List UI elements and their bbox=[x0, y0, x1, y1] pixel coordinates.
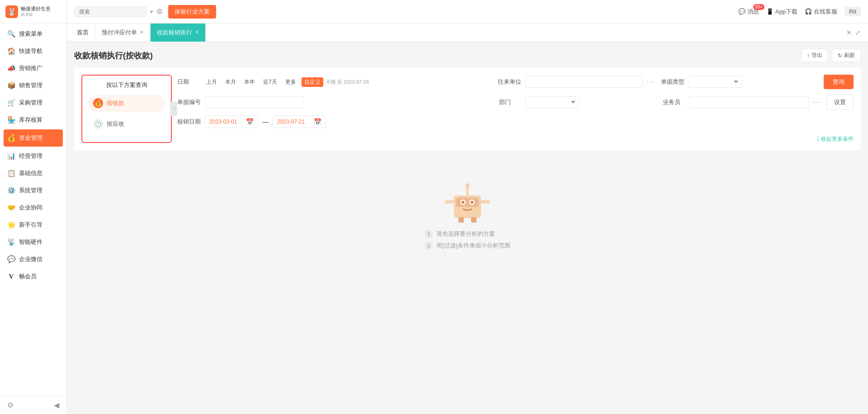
solution-button[interactable]: 体验行业方案 bbox=[168, 5, 216, 19]
staff-more-icon[interactable]: ··· bbox=[812, 98, 821, 106]
service-icon: 🎧 bbox=[805, 8, 812, 15]
sidebar-item-inventory[interactable]: 🏪 库存核算 bbox=[0, 111, 66, 128]
bill-type-select[interactable] bbox=[688, 76, 742, 88]
logo-icon: 🐰 bbox=[5, 5, 18, 18]
partner-label: 往来单位 bbox=[498, 78, 521, 86]
tab-receipt-close-icon[interactable]: ✕ bbox=[195, 29, 199, 35]
main-area: ▾ ⚙ 体验行业方案 💬 消息 99+ 📱 App下载 🎧 在线客服 Rit bbox=[67, 0, 868, 414]
sidebar-item-system-mgmt[interactable]: ⚙️ 系统管理 bbox=[0, 182, 66, 199]
sidebar-item-quick-nav[interactable]: 🏠 快捷导航 bbox=[0, 43, 66, 60]
export-label: 导出 bbox=[811, 52, 822, 59]
sidebar-settings-icon[interactable]: ⚙ bbox=[7, 401, 14, 409]
date-shortcut-thisyear[interactable]: 本年 bbox=[241, 77, 258, 87]
filter-option-by-receivable[interactable]: 🕐 按应收 bbox=[88, 115, 165, 133]
gear-icon[interactable]: ⚙ bbox=[156, 7, 163, 16]
page-content: 收款核销执行(按收款) ↑ 导出 ↻ 刷新 按以下方案查询 💰 按收款 bbox=[67, 42, 868, 414]
date-shortcut-lastmonth[interactable]: 上月 bbox=[203, 77, 220, 87]
sidebar-item-search-menu[interactable]: 🔍 搜索菜单 bbox=[0, 25, 66, 43]
tab-home-label: 首页 bbox=[77, 29, 89, 37]
filter-option-by-receipt[interactable]: 💰 按收款 bbox=[88, 95, 165, 112]
message-icon: 💬 bbox=[738, 8, 745, 15]
tip-num-2: 2 bbox=[425, 242, 433, 250]
sidebar-item-fund-mgmt[interactable]: 💰 资金管理 bbox=[4, 129, 63, 147]
sidebar-item-smart-hardware[interactable]: 📡 智能硬件 bbox=[0, 233, 66, 251]
quick-nav-icon: 🏠 bbox=[7, 47, 15, 55]
calendar-start-icon: 📅 bbox=[246, 118, 254, 125]
tab-receipt-offset[interactable]: 收款核销执行 ✕ bbox=[151, 24, 206, 42]
query-button[interactable]: 查询 bbox=[824, 75, 854, 89]
page-header: 收款核销执行(按收款) ↑ 导出 ↻ 刷新 bbox=[74, 49, 861, 62]
date-range-dash: — bbox=[262, 118, 269, 125]
topbar-search-input[interactable] bbox=[74, 6, 146, 17]
tab-expand-icon[interactable]: ⤢ bbox=[855, 29, 861, 36]
tab-prepay-flush[interactable]: 预付冲应付单 ✕ bbox=[95, 24, 151, 42]
tab-bar: 首页 预付冲应付单 ✕ 收款核销执行 ✕ ✕ ⤢ bbox=[67, 24, 868, 42]
partner-more-icon[interactable]: ··· bbox=[646, 78, 655, 86]
dept-select[interactable] bbox=[525, 96, 580, 108]
user-menu[interactable]: Rit bbox=[844, 7, 861, 16]
filter-row-2: 单据编号 部门 业务员 ··· 设置 bbox=[177, 95, 854, 110]
sidebar-item-marketing[interactable]: 📣 营销推广 bbox=[0, 60, 66, 77]
chevron-down-icon[interactable]: ▾ bbox=[150, 9, 153, 15]
settings-button[interactable]: 设置 bbox=[826, 95, 854, 110]
tab-actions: ✕ ⤢ bbox=[846, 29, 864, 36]
filter-panel: 按以下方案查询 💰 按收款 🕐 按应收 《 日期 bbox=[74, 67, 861, 150]
svg-rect-7 bbox=[481, 200, 490, 204]
guide-icon: 🌟 bbox=[7, 221, 15, 229]
offset-date-end-input[interactable]: 2023-07-21 📅 bbox=[272, 115, 326, 128]
sidebar-item-enterprise-collab[interactable]: 🤝 企业协同 bbox=[0, 199, 66, 216]
inventory-icon: 🏪 bbox=[7, 116, 15, 124]
tab-prepay-close-icon[interactable]: ✕ bbox=[140, 29, 144, 35]
logo-name: 畅捷通好生意 bbox=[21, 5, 51, 12]
date-shortcut-more[interactable]: 更多 bbox=[283, 77, 299, 87]
offset-date-start-value: 2023-03-01 bbox=[209, 119, 237, 125]
sidebar-item-label: 智能硬件 bbox=[19, 238, 42, 246]
logo-badge: 标准版 bbox=[21, 12, 51, 18]
partner-input[interactable] bbox=[525, 76, 643, 88]
sidebar-collapse-icon[interactable]: ◀ bbox=[54, 401, 59, 409]
date-shortcut-group: 上月 本月 本年 近7天 更多 自定义 不限 至 2023-07-26 bbox=[203, 77, 369, 87]
tab-receipt-label: 收款核销执行 bbox=[157, 29, 192, 37]
offset-date-start-input[interactable]: 2023-03-01 📅 bbox=[204, 115, 259, 128]
date-shortcut-7days[interactable]: 近7天 bbox=[260, 77, 280, 87]
app-download-button[interactable]: 📱 App下载 bbox=[766, 8, 797, 16]
tab-home[interactable]: 首页 bbox=[71, 24, 95, 42]
wechat-icon: 💬 bbox=[7, 255, 15, 263]
sidebar-item-wechat-biz[interactable]: 💬 企业微信 bbox=[0, 251, 66, 268]
export-icon: ↑ bbox=[807, 52, 810, 59]
svg-rect-1 bbox=[456, 198, 479, 207]
sidebar-item-basic-info[interactable]: 📋 基础信息 bbox=[0, 165, 66, 182]
page-title: 收款核销执行(按收款) bbox=[74, 50, 153, 61]
service-button[interactable]: 🎧 在线客服 bbox=[805, 8, 837, 16]
sales-icon: 📦 bbox=[7, 81, 15, 90]
sidebar-item-vip-member[interactable]: V 畅会员 bbox=[0, 268, 66, 285]
filter-row-1: 日期 上月 本月 本年 近7天 更多 自定义 不限 至 2023-07-26 往… bbox=[177, 75, 854, 89]
basic-info-icon: 📋 bbox=[7, 169, 15, 177]
tab-close-window-icon[interactable]: ✕ bbox=[846, 29, 852, 36]
message-button[interactable]: 💬 消息 99+ bbox=[738, 8, 759, 16]
marketing-icon: 📣 bbox=[7, 64, 15, 72]
date-shortcut-custom[interactable]: 自定义 bbox=[302, 77, 323, 87]
export-button[interactable]: ↑ 导出 bbox=[801, 49, 828, 62]
collapse-panel-button[interactable]: 《 bbox=[170, 102, 177, 116]
user-label: Rit bbox=[849, 8, 856, 15]
sidebar-item-label: 经营管理 bbox=[19, 152, 42, 160]
tip-num-1: 1 bbox=[425, 230, 433, 238]
sidebar-item-sales-mgmt[interactable]: 📦 销售管理 bbox=[0, 77, 66, 94]
sidebar-item-purchase-mgmt[interactable]: 🛒 采购管理 bbox=[0, 94, 66, 111]
svg-rect-9 bbox=[471, 217, 476, 223]
sidebar-item-operations-mgmt[interactable]: 📊 经营管理 bbox=[0, 148, 66, 165]
filter-scheme-title: 按以下方案查询 bbox=[88, 81, 165, 89]
filter-field-partner: 往来单位 ··· bbox=[498, 76, 656, 88]
date-shortcut-thismonth[interactable]: 本月 bbox=[222, 77, 239, 87]
staff-input[interactable] bbox=[689, 96, 809, 108]
sidebar-item-beginner-guide[interactable]: 🌟 新手引导 bbox=[0, 216, 66, 233]
sidebar-item-label: 资金管理 bbox=[19, 134, 42, 142]
collapse-more-button[interactable]: 《 收起更多条件 bbox=[177, 135, 854, 143]
bill-no-input[interactable] bbox=[204, 96, 304, 108]
sidebar-item-label: 畅会员 bbox=[19, 272, 37, 281]
sidebar-item-label: 营销推广 bbox=[19, 64, 42, 72]
hardware-icon: 📡 bbox=[7, 238, 15, 246]
svg-point-5 bbox=[471, 201, 473, 204]
refresh-button[interactable]: ↻ 刷新 bbox=[832, 49, 861, 62]
